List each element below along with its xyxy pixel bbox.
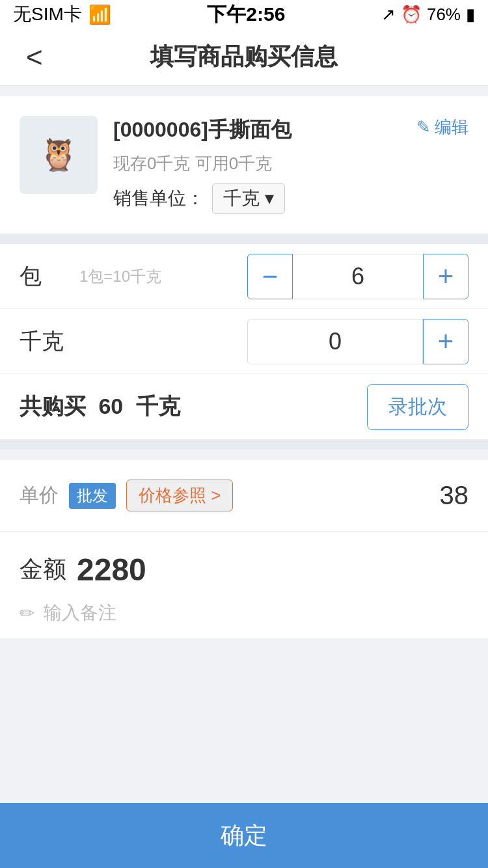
bag-hint: 1包=10千克	[79, 266, 247, 287]
kg-qty-control: +	[247, 319, 468, 364]
price-value: 38	[440, 481, 469, 510]
bag-label: 包	[20, 262, 72, 292]
amount-value: 2280	[77, 552, 146, 588]
kg-label: 千克	[20, 327, 72, 357]
edit-icon: ✎	[416, 117, 431, 137]
pencil-icon: ✏	[20, 603, 34, 624]
bag-qty-input[interactable]	[293, 254, 423, 299]
product-name: [0000006]手撕面包	[113, 116, 291, 144]
product-card: 🦉 [0000006]手撕面包 ✎ 编辑 现存0千克 可用0千克 销售单位： 千…	[0, 96, 488, 234]
total-quantity: 60	[98, 394, 123, 418]
total-unit: 千克	[136, 394, 180, 418]
product-unit-row: 销售单位： 千克 ▾	[113, 183, 468, 214]
separator-1	[0, 234, 488, 244]
total-prefix: 共购买	[20, 394, 86, 418]
edit-label: 编辑	[435, 116, 468, 139]
product-thumbnail: 🦉	[20, 116, 98, 194]
unit-label: 销售单位：	[113, 186, 204, 211]
carrier-label: 无SIM卡	[13, 2, 82, 27]
input-section: 包 1包=10千克 − + 千克 +	[0, 244, 488, 374]
unit-selector[interactable]: 千克 ▾	[212, 183, 285, 214]
amount-row: 金额 2280	[20, 552, 468, 588]
price-type-badge: 批发	[69, 483, 116, 509]
amount-section: 金额 2280 ✏ 输入备注	[0, 532, 488, 638]
kg-input-row: 千克 +	[0, 309, 488, 374]
amount-label: 金额	[20, 554, 66, 586]
alarm-icon: ⏰	[401, 5, 422, 25]
unit-value: 千克	[223, 188, 260, 208]
price-reference-button[interactable]: 价格参照 >	[126, 480, 233, 511]
total-row: 共购买 60 千克 录批次	[0, 374, 488, 439]
kg-plus-button[interactable]: +	[423, 319, 468, 364]
page-title: 填写商品购买信息	[150, 41, 338, 73]
status-bar: 无SIM卡 📶 下午2:56 ↗ ⏰ 76% ▮	[0, 0, 488, 29]
dropdown-icon: ▾	[265, 188, 274, 208]
battery-icon: ▮	[466, 5, 475, 25]
battery-label: 76%	[427, 5, 461, 25]
wifi-icon: 📶	[88, 4, 111, 25]
location-icon: ↗	[381, 5, 396, 25]
bag-plus-button[interactable]: +	[423, 254, 468, 299]
price-section: 单价 批发 价格参照 > 38	[0, 460, 488, 531]
price-label: 单价	[20, 482, 59, 509]
nav-bar: < 填写商品购买信息	[0, 29, 488, 86]
kg-qty-input[interactable]	[247, 319, 423, 364]
total-label: 共购买 60 千克	[20, 392, 367, 422]
bag-minus-button[interactable]: −	[247, 254, 293, 299]
product-info: [0000006]手撕面包 ✎ 编辑 现存0千克 可用0千克 销售单位： 千克 …	[113, 116, 468, 214]
remark-row[interactable]: ✏ 输入备注	[20, 601, 468, 625]
status-left: 无SIM卡 📶	[13, 2, 111, 27]
remark-label: 输入备注	[44, 601, 116, 625]
product-stock: 现存0千克 可用0千克	[113, 152, 468, 175]
bag-input-row: 包 1包=10千克 − +	[0, 244, 488, 309]
edit-button[interactable]: ✎ 编辑	[416, 116, 468, 139]
record-batch-button[interactable]: 录批次	[367, 384, 468, 430]
status-time: 下午2:56	[207, 1, 285, 28]
product-logo-icon: 🦉	[39, 137, 78, 173]
status-right: ↗ ⏰ 76% ▮	[381, 5, 475, 25]
confirm-button[interactable]: 确定	[0, 803, 488, 868]
bag-qty-control: − +	[247, 254, 468, 299]
separator-2	[0, 439, 488, 450]
back-button[interactable]: <	[20, 34, 49, 80]
